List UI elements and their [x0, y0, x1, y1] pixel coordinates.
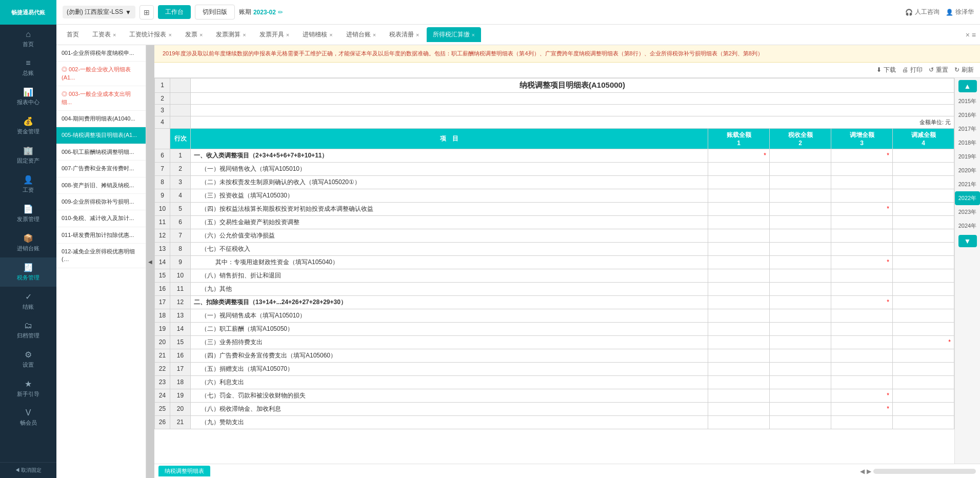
print-icon: 🖨 — [902, 66, 908, 73]
year-2023[interactable]: 2023年 — [955, 205, 980, 219]
print-btn[interactable]: 🖨 打印 — [902, 66, 923, 74]
left-item-007[interactable]: 007-广告费和业务宣传费时... — [56, 161, 146, 177]
row-number: 4 — [155, 116, 170, 128]
panel-collapse-btn[interactable]: ◀ — [146, 45, 154, 478]
tab-invoice-issue[interactable]: 发票开具 × — [253, 27, 295, 42]
left-item-006[interactable]: 006-职工薪酬纳税调整明细... — [56, 144, 146, 161]
download-btn[interactable]: ⬇ 下载 — [876, 66, 896, 74]
left-item-004[interactable]: 004-期间费用明细表(A1040... — [56, 111, 146, 127]
year-2018[interactable]: 2018年 — [955, 136, 980, 150]
year-up-btn[interactable]: ▲ — [958, 80, 977, 92]
tab-close-invoice-calc[interactable]: × — [243, 32, 246, 38]
company-selector[interactable]: (勿删) 江西股室-LSS ▼ — [63, 6, 135, 18]
year-down-btn[interactable]: ▼ — [958, 235, 977, 247]
topbar: (勿删) 江西股室-LSS ▼ ⊞ 工作台 切到旧版 账期 2023-02 ✏ … — [56, 0, 980, 25]
tab-tax-table[interactable]: 税表清册 × — [383, 27, 425, 42]
tab-close-inout-ledger[interactable]: × — [373, 32, 376, 38]
left-item-010[interactable]: 010-免税、减计收入及加计... — [56, 210, 146, 227]
sidebar-nav: ⌂ 首页 ≡ 总账 📊 报表中心 💰 资金管理 🏢 固定资产 👤 工资 📄 发票… — [0, 25, 56, 462]
switch-old-btn[interactable]: 切到旧版 — [195, 5, 235, 19]
tab-invoice[interactable]: 发票 × — [179, 27, 209, 42]
tab-close-invoice[interactable]: × — [199, 32, 203, 38]
tab-salary[interactable]: 工资表 × — [86, 27, 122, 42]
left-item-009[interactable]: 009-企业所得税弥补亏损明... — [56, 194, 146, 210]
reset-icon: ↺ — [929, 66, 934, 73]
sidebar-item-salary[interactable]: 👤 工资 — [0, 170, 56, 199]
col-header-item: 项 目 — [191, 128, 708, 149]
table-row: 21 16 （四）广告费和业务宣传费支出（填写A105060） — [155, 349, 954, 362]
sidebar-item-member[interactable]: V 畅会员 — [0, 403, 56, 432]
year-2024[interactable]: 2024年 — [955, 219, 980, 233]
tab-inout-ledger[interactable]: 进销台账 × — [340, 27, 382, 42]
user-menu[interactable]: 👤 徐泽华 — [946, 8, 974, 16]
scroll-bar-area[interactable] — [873, 469, 976, 474]
row-number: 1 — [155, 78, 170, 92]
tab-income-tax[interactable]: 所得税汇算缴 × — [427, 27, 481, 42]
sidebar-item-close[interactable]: ✓ 结账 — [0, 287, 56, 316]
sidebar-item-ledger[interactable]: ≡ 总账 — [0, 53, 56, 82]
report-icon: 📊 — [23, 87, 33, 97]
copy-btn[interactable]: ⊞ — [139, 5, 154, 19]
topbar-right: 🎧 人工咨询 👤 徐泽华 — [905, 8, 974, 16]
tax-icon: 🧾 — [23, 263, 33, 272]
sidebar-item-guide[interactable]: ★ 新手引导 — [0, 374, 56, 403]
workbench-btn[interactable]: 工作台 — [158, 5, 191, 19]
year-2021[interactable]: 2021年 — [955, 177, 980, 191]
left-item-003[interactable]: ◎ 003-一般企业成本支出明细... — [56, 86, 146, 111]
left-panel: 001-企业所得税年度纳税申... ◎ 002-一般企业收入明细表(A1... … — [56, 45, 146, 478]
table-row: 8 3 （二）未按权责发生制原则确认的收入（填写A105020①） — [155, 175, 954, 189]
tab-close-salary[interactable]: × — [113, 32, 116, 38]
sidebar-item-report[interactable]: 📊 报表中心 — [0, 82, 56, 111]
sidebar-item-invoice[interactable]: 📄 发票管理 — [0, 199, 56, 228]
scroll-right-btn[interactable]: ▶ — [867, 468, 871, 475]
bottom-tab-adjust[interactable]: 纳税调整明细表 — [158, 466, 210, 476]
table-row: 2 — [155, 92, 954, 104]
reset-btn[interactable]: ↺ 重置 — [929, 66, 948, 74]
sidebar-item-stock[interactable]: 📦 进销台账 — [0, 228, 56, 257]
customer-service-btn[interactable]: 🎧 人工咨询 — [905, 8, 939, 16]
left-item-005[interactable]: 005-纳税调整项目明细表(A1... — [56, 127, 146, 144]
table-row: 3 — [155, 104, 954, 116]
refresh-btn[interactable]: ↻ 刷新 — [954, 66, 974, 74]
row-number: 3 — [155, 104, 170, 116]
year-2017[interactable]: 2017年 — [955, 122, 980, 136]
year-2022[interactable]: 2022年 — [955, 191, 980, 205]
table-row: 26 21 （九）赞助支出 — [155, 415, 954, 429]
year-2015[interactable]: 2015年 — [955, 94, 980, 108]
sidebar-item-settings[interactable]: ⚙ 设置 — [0, 345, 56, 374]
year-2016[interactable]: 2016年 — [955, 108, 980, 122]
left-item-012[interactable]: 012-减免企业所得税优惠明细(… — [56, 244, 146, 268]
left-item-011[interactable]: 011-研发费用加计扣除优惠... — [56, 227, 146, 244]
year-2020[interactable]: 2020年 — [955, 164, 980, 177]
sidebar-item-home[interactable]: ⌂ 首页 — [0, 25, 56, 53]
left-item-002[interactable]: ◎ 002-一般企业收入明细表(A1... — [56, 62, 146, 86]
tab-inout-check[interactable]: 进销稽核 × — [296, 27, 338, 42]
year-2019[interactable]: 2019年 — [955, 150, 980, 164]
table-row: 11 6 （五）交易性金融资产初始投资调整 — [155, 215, 954, 229]
tab-close-tax-table[interactable]: × — [416, 32, 419, 38]
tab-home[interactable]: 首页 — [61, 27, 85, 42]
home-icon: ⌂ — [26, 30, 31, 39]
toolbar: ⬇ 下载 🖨 打印 ↺ 重置 ↻ 刷新 — [154, 63, 980, 78]
sidebar-item-assets[interactable]: 💰 资金管理 — [0, 111, 56, 141]
row-number: 2 — [155, 92, 170, 104]
tab-close-salary-report[interactable]: × — [168, 32, 171, 38]
sidebar-item-tax[interactable]: 🧾 税务管理 — [0, 257, 56, 287]
dropdown-icon: ▼ — [125, 9, 131, 16]
left-item-001[interactable]: 001-企业所得税年度纳税申... — [56, 45, 146, 62]
row-col-a — [170, 78, 191, 92]
nav-menu-btn[interactable]: ≡ — [972, 31, 976, 39]
stock-icon: 📦 — [23, 233, 33, 243]
scroll-left-btn[interactable]: ◀ — [860, 468, 865, 475]
sidebar-collapse-btn[interactable]: ◀ 取消固定 — [0, 462, 56, 478]
left-item-008[interactable]: 008-资产折旧、摊销及纳税... — [56, 177, 146, 194]
tab-invoice-calc[interactable]: 发票测算 × — [210, 27, 252, 42]
tab-salary-report[interactable]: 工资统计报表 × — [123, 27, 177, 42]
sidebar-item-archive[interactable]: 🗂 归档管理 — [0, 316, 56, 345]
sidebar-item-fixed[interactable]: 🏢 固定资产 — [0, 141, 56, 170]
tab-close-inout-check[interactable]: × — [329, 32, 332, 38]
period-edit-icon[interactable]: ✏ — [278, 9, 283, 16]
close-all-btn[interactable]: × — [966, 31, 970, 39]
tab-close-income-tax[interactable]: × — [472, 32, 475, 38]
tab-close-invoice-issue[interactable]: × — [286, 32, 289, 38]
